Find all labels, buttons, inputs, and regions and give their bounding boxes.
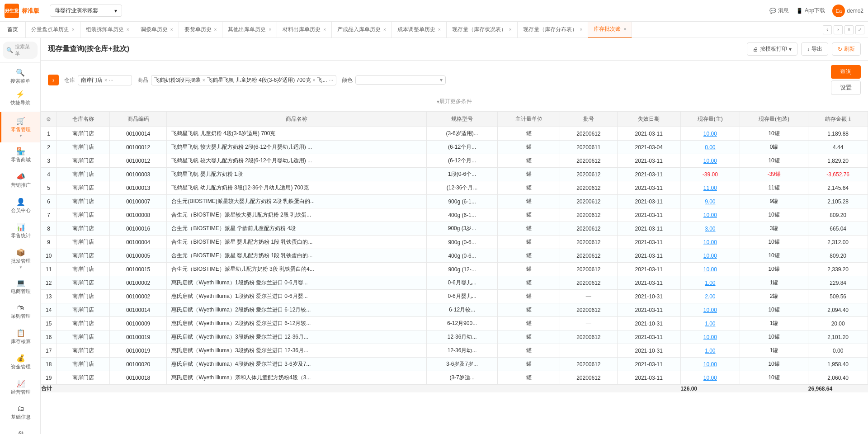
sidebar-item-search[interactable]: 🔍 搜索菜单 [0, 66, 40, 87]
tab-close-icon[interactable]: × [170, 27, 173, 32]
cell-qty-main[interactable]: 1.00 [680, 317, 740, 330]
tab-chengben[interactable]: 成本调整单历史 × [392, 22, 447, 38]
tab-close-icon[interactable]: × [269, 27, 271, 32]
export-btn[interactable]: ↓ 导出 [801, 42, 828, 56]
cell-qty-main[interactable]: 10.00 [680, 249, 740, 263]
cell-qty-main[interactable]: 10.00 [680, 208, 740, 222]
sidebar-item-system[interactable]: ⚙ 系统管理 [0, 425, 40, 434]
cell-warehouse: 南岸门店 [57, 236, 109, 249]
cell-qty-main[interactable]: 10.00 [680, 371, 740, 385]
sidebar-item-operation[interactable]: 📈 经营管理 [0, 375, 40, 400]
tab-zuhe[interactable]: 组装拆卸单历史 × [80, 22, 135, 38]
message-icon: 💬 [769, 8, 776, 14]
color-tag-group[interactable]: ▾ [355, 75, 446, 85]
warehouse-tag-close[interactable]: × [104, 78, 107, 83]
cell-qty-main[interactable]: 3.00 [680, 222, 740, 236]
sidebar-item-basic[interactable]: 🗂 基础信息 [0, 400, 40, 425]
cell-qty-main[interactable]: 10.00 [680, 236, 740, 249]
cell-qty-main[interactable]: -39.00 [680, 168, 740, 181]
cell-batch: — [560, 290, 618, 303]
warehouse-tag-group[interactable]: 南岸门店 × ··· [78, 75, 132, 85]
sidebar-item-wholesale[interactable]: 📦 批发管理 ▼ [0, 244, 40, 274]
info-icon[interactable]: ℹ [849, 116, 851, 122]
warehouse-filter: 仓库 南岸门店 × ··· [64, 75, 132, 85]
sidebar-item-member[interactable]: 👤 会员中心 [0, 193, 40, 218]
cell-qty-main[interactable]: 10.00 [680, 127, 740, 141]
sidebar-item-purchase[interactable]: 🛍 采购管理 [0, 299, 40, 324]
tab-close-icon[interactable]: × [438, 27, 441, 32]
product-tag-close-2[interactable]: × [313, 78, 316, 83]
settings-icon[interactable]: ⚙ [46, 116, 51, 123]
tab-chancheng[interactable]: 产成品入库单历史 × [332, 22, 392, 38]
message-btn[interactable]: 💬 消息 [769, 7, 789, 14]
product-more-icon[interactable]: ··· [329, 77, 333, 83]
tab-next-btn[interactable]: › [834, 25, 843, 34]
filter-toggle-btn[interactable]: › [48, 75, 59, 85]
tab-close-icon[interactable]: × [509, 27, 512, 32]
tab-yaohuo[interactable]: 要货单历史 × [179, 22, 223, 38]
sidebar-item-marketing[interactable]: 📣 营销推广 [0, 168, 40, 193]
tab-qita[interactable]: 其他出库单历史 × [222, 22, 277, 38]
tab-home[interactable]: 首页 [0, 22, 26, 38]
org-dropdown[interactable]: 母婴行业演示账套 ▾ [50, 5, 122, 17]
user-area[interactable]: Ea demo2 [832, 5, 863, 17]
tab-fullscreen-btn[interactable]: ⤢ [855, 25, 864, 34]
tab-close-icon[interactable]: × [323, 27, 326, 32]
sidebar-item-retailstat[interactable]: 📊 零售统计 [0, 218, 40, 244]
tab-close-icon[interactable]: × [214, 27, 217, 32]
refresh-btn[interactable]: ↻ 刷新 [832, 42, 861, 56]
footer-amount: 26,968.64 [808, 385, 868, 393]
cell-qty-main[interactable]: 2.00 [680, 290, 740, 303]
tab-close-all-btn[interactable]: × [844, 25, 854, 34]
cell-no: 13 [41, 290, 57, 303]
sidebar-item-shortcut[interactable]: ⚡ 快捷导航 [0, 87, 40, 109]
query-btn[interactable]: 查询 [831, 65, 861, 79]
cell-qty-main[interactable]: 11.00 [680, 181, 740, 195]
tab-prev-btn[interactable]: ‹ [823, 25, 832, 34]
table-row: 14 南岸门店 00100014 惠氏启赋（Wyeth illuma）2段奶粉 … [41, 303, 868, 317]
cell-unit: 罐 [498, 141, 560, 154]
cell-qty-main[interactable]: 1.00 [680, 276, 740, 290]
mall-icon: 🏪 [16, 147, 25, 156]
sidebar-item-finance[interactable]: 💰 资金管理 [0, 349, 40, 375]
cell-expire: 2021-03-11 [617, 127, 680, 141]
tab-close-icon[interactable]: × [623, 27, 626, 32]
cell-qty-main[interactable]: 10.00 [680, 330, 740, 344]
cell-qty-main[interactable]: 10.00 [680, 303, 740, 317]
cell-qty-main[interactable]: 10.00 [680, 358, 740, 371]
cell-unit: 罐 [498, 317, 560, 330]
tab-xiancun2[interactable]: 现存量（库存分布表） × [518, 22, 589, 38]
tab-diaob[interactable]: 调拨单历史 × [135, 22, 179, 38]
tab-close-icon[interactable]: × [72, 27, 75, 32]
tab-close-icon[interactable]: × [127, 27, 129, 32]
sidebar-search-box[interactable]: 🔍 搜索菜单 [3, 42, 38, 59]
expand-btn[interactable]: ▾ 展开更多条件 [48, 95, 861, 106]
cell-qty-main[interactable]: 1.00 [680, 344, 740, 358]
cell-qty-main[interactable]: 9.00 [680, 195, 740, 208]
tab-fenpan[interactable]: 分量盘点单历史 × [26, 22, 80, 38]
setting-btn[interactable]: 设置 [831, 80, 861, 95]
tab-cailiao[interactable]: 材料出库单历史 × [277, 22, 332, 38]
cell-qty-main[interactable]: 0.00 [680, 141, 740, 154]
tab-close-icon[interactable]: × [383, 27, 386, 32]
tab-xiancun1[interactable]: 现存量（库存状况表） × [447, 22, 518, 38]
finance-label: 资金管理 [11, 363, 31, 370]
product-tag-close-1[interactable]: × [203, 78, 205, 83]
app-download-btn[interactable]: 📱 App下载 [796, 7, 825, 14]
cell-unit: 罐 [498, 290, 560, 303]
sidebar-item-ecommerce[interactable]: 💻 电商管理 [0, 274, 40, 299]
tab-kucun[interactable]: 库存批次账 × [588, 22, 632, 38]
cell-qty-main[interactable]: 10.00 [680, 263, 740, 276]
sidebar-item-retail[interactable]: 🛒 零售管理 ▼ [0, 112, 40, 142]
sidebar-item-mall[interactable]: 🏪 零售商城 [0, 142, 40, 168]
table-footer-row: 合计 126.00 26,968.64 [41, 385, 868, 393]
cell-qty-main[interactable]: 10.00 [680, 154, 740, 168]
print-btn[interactable]: 🖨 按模板打印 ▾ [747, 42, 797, 56]
tab-close-icon[interactable]: × [580, 27, 583, 32]
sidebar-item-inventory[interactable]: 📋 库存核算 [0, 324, 40, 349]
cell-unit: 罐 [498, 222, 560, 236]
product-tag-group[interactable]: 飞鹤奶粉3段丙摆装 × 飞鹤星飞帆 儿童奶粉 4段(3-6岁适用) 700克 ×… [151, 75, 336, 85]
cell-qty-pack: 10罐 [740, 249, 808, 263]
filter-more-icon[interactable]: ··· [109, 77, 113, 83]
table-row: 10 南岸门店 00100005 合生元（BIOSTIME）派星 婴儿配方奶粉 … [41, 249, 868, 263]
